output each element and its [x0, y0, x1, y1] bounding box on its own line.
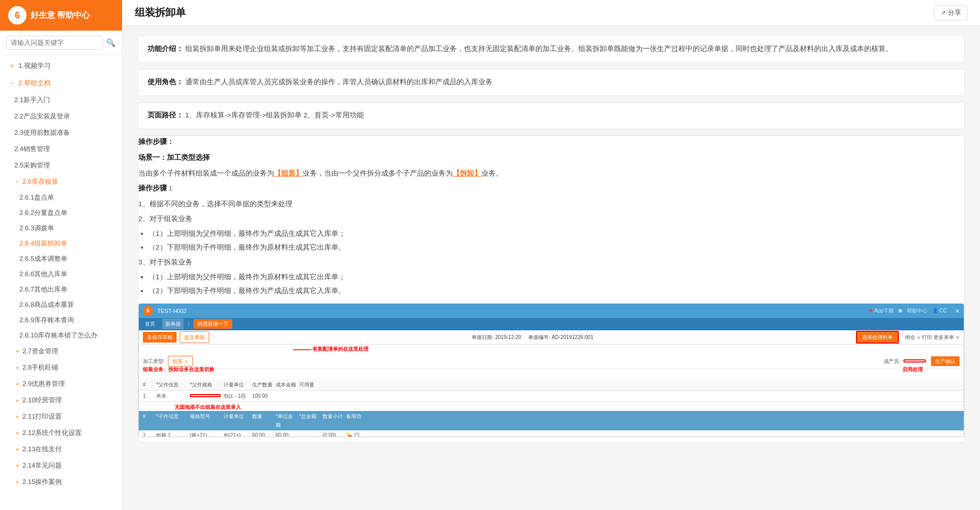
search-icon[interactable]: 🔍 [106, 38, 116, 47]
plus-icon-2-15: ＋ [14, 478, 20, 487]
sidebar-item-2-6-10[interactable]: 2.6.10库存账本错了怎么办 [0, 328, 122, 343]
sidebar-item-2-3[interactable]: 2.3使用前数据准备 [0, 125, 122, 141]
nav-label-2-11: 2.11打印设置 [22, 412, 62, 421]
mock-docno-label: 单据编号: AD-20191226-001 [528, 333, 593, 342]
share-button[interactable]: ↗ 分享 [934, 5, 968, 20]
nav-label-2-13: 2.13在线支付 [22, 445, 62, 454]
sidebar-item-2-9[interactable]: ＋ 2.9优惠券管理 [0, 376, 122, 392]
sidebar-item-video-learn[interactable]: ＋ 1.视频学习 [0, 57, 122, 75]
mock-date-label: 单据日期: 2019-12-20 [472, 333, 521, 342]
mock-row-qty: 100.00 [252, 392, 273, 400]
role-block: 使用角色： 通常由生产人员或库管人员完成拆装业务的操作，库管人员确认原材料的出库… [138, 69, 965, 96]
mock-row-spec-input [190, 394, 220, 397]
mock-table-header-row: # *父件信息 *父件规格 计量单位 生产数量 成本金额 可用量 [139, 379, 964, 391]
th-cost: 成本金额 [276, 380, 296, 389]
role-text: 通常由生产人员或库管人员完成拆装业务的操作，库管人员确认原材料的出库和产成品的入… [185, 78, 493, 86]
mock-app-name: TEST-H002 [157, 306, 186, 316]
th-avail: 可用量 [299, 380, 320, 389]
mock-topbar: 6 TEST-H002 📌 App下载 ☎ 帮助中心 👤 CC ✕ [139, 304, 964, 318]
step3-sublist: （1）上部明细为父件明细，最终作为原材料生成其它出库单； （2）下部明细为子件明… [138, 272, 964, 297]
sidebar-item-2-10[interactable]: ＋ 2.10经营管理 [0, 392, 122, 408]
mock-icons: 📌 App下载 ☎ 帮助中心 👤 CC [867, 306, 947, 315]
search-input[interactable] [6, 36, 103, 50]
sidebar-item-2-12[interactable]: ＋ 2.12系统个性化设置 [0, 425, 122, 441]
step1-text: 1、根据不同的业务，选择不同单据的类型来处理 [138, 199, 964, 210]
collapse-icon-2-6: － [14, 178, 20, 186]
nav-label: 2.帮助文档 [18, 79, 51, 88]
plus-icon-2-14: ＋ [14, 462, 20, 470]
plus-icon-2-13: ＋ [14, 445, 20, 454]
sidebar-item-2-6-1[interactable]: 2.6.1盘点单 [0, 190, 122, 205]
nav-label: 1.视频学习 [18, 61, 51, 70]
step2-sub2: （2）下部明细为子件明细，最终作为原材料生成其它出库单。 [149, 242, 964, 254]
mock-qty-label: 成产员: [884, 357, 900, 366]
plus-icon-2-12: ＋ [14, 429, 20, 438]
mock-action-labels: 倒仓 ∨ 打印 更多来单 ∨ [905, 333, 960, 342]
sidebar-item-2-15[interactable]: ＋ 2.15操作案例 [0, 474, 122, 490]
scene1-title: 场景一：加工类型选择 [138, 152, 964, 164]
path-label: 页面路径： [148, 111, 183, 119]
step3-text: 3、对于拆装业务 [138, 257, 964, 269]
nav-label-2-10: 2.10经营管理 [22, 396, 62, 405]
ops-steps-title: 操作步骤： [138, 136, 964, 148]
annotation-spacer [139, 369, 964, 379]
sidebar-item-2-1[interactable]: 2.1新手入门 [0, 92, 122, 108]
th-no: # [143, 380, 153, 389]
step2-text: 2、对于组装业务 [138, 213, 964, 225]
main-content-area: 组装拆卸单 ↗ 分享 功能介绍： 组装拆卸单用来处理企业组装或拆卸等加工业务，支… [122, 0, 980, 510]
nav-label-2-12: 2.12系统个性化设置 [22, 428, 82, 438]
plus-icon-2-8: ＋ [14, 363, 20, 372]
annotation4-row: 无固地添不出组装在这里录入 [139, 402, 964, 411]
plus-icon-2-7: ＋ [14, 347, 20, 356]
th-extra [323, 380, 960, 389]
feature-intro-text: 组装拆卸单用来处理企业组装或拆卸等加工业务，支持有固定装配清单的产品加工业务，也… [185, 45, 893, 53]
mock-row-item: 米米 [156, 392, 187, 400]
sidebar-item-2-6-5[interactable]: 2.6.5成本调整单 [0, 251, 122, 266]
nav-label-2-8: 2.8手机旺铺 [22, 363, 58, 372]
mock-annotation-row1: 有装配清单的在这里处理 [139, 345, 964, 354]
step2-sub1: （1）上部明细为父件明细，最终作为产成品生成其它入库单； [149, 228, 964, 240]
sidebar-item-2-6-4[interactable]: 2.6.4组装拆卸单 [0, 236, 122, 251]
zuzhuan-link[interactable]: 【组装】 [274, 169, 303, 177]
sidebar-item-2-7[interactable]: ＋ 2.7资金管理 [0, 343, 122, 359]
sidebar-item-2-5[interactable]: 2.5采购管理 [0, 157, 122, 174]
sidebar-item-2-11[interactable]: ＋ 2.11打印设置 [0, 408, 122, 425]
mock-app-window: 6 TEST-H002 📌 App下载 ☎ 帮助中心 👤 CC ✕ 首页 新单据… [139, 304, 964, 436]
sidebar-item-2-4[interactable]: 2.4销售管理 [0, 141, 122, 157]
sidebar-item-2-6[interactable]: － 2.6库存核算 [0, 174, 122, 190]
sidebar-item-2-6-8[interactable]: 2.6.8商品成本重算 [0, 297, 122, 312]
sidebar-item-2-6-7[interactable]: 2.6.7其他出库单 [0, 282, 122, 297]
mock-nav-purchase: 新单据 [162, 319, 184, 329]
sidebar-item-2-8[interactable]: ＋ 2.8手机旺铺 [0, 359, 122, 376]
annotation1-arrow [292, 347, 312, 353]
sidebar-item-2-6-9[interactable]: 2.6.9库存账本查询 [0, 312, 122, 328]
sidebar-item-2-6-3[interactable]: 2.6.3调拨单 [0, 221, 122, 236]
chaizhuo-link[interactable]: 【拆卸】 [453, 169, 481, 177]
annotation4-text: 无固地添不出组装在这里录入 [175, 403, 241, 411]
nav-label-2-14: 2.14常见问题 [22, 461, 62, 470]
collapse-icon: － [8, 79, 15, 88]
sidebar-item-2-13[interactable]: ＋ 2.13在线支付 [0, 441, 122, 457]
th-qty: 生产数量 [252, 380, 273, 389]
sidebar-item-2-6-6[interactable]: 2.6.6其他入库单 [0, 266, 122, 282]
sidebar-item-2-2[interactable]: 2.2产品安装及登录 [0, 108, 122, 125]
feature-intro-block: 功能介绍： 组装拆卸单用来处理企业组装或拆卸等加工业务，支持有固定装配清单的产品… [138, 36, 965, 63]
sidebar: 6 好生意 帮助中心 🔍 ＋ 1.视频学习 － 2.帮助文档 2.1新手入门 2… [0, 0, 122, 510]
th-item: *父件信息 [156, 380, 187, 389]
mock-btn-orange: 同需新增一下 [193, 319, 232, 329]
scene1-desc: 当由多个子件材料组装成一个成品的业务为【组装】业务，当由一个父件拆分成多个子产品… [138, 168, 964, 180]
mock-lower-row1: 1粗粮 1(规+21)包(21+)60.0060.00(0.00)💊 📋 [139, 430, 964, 436]
ops-steps-label2: 操作步骤： [138, 182, 964, 195]
role-label: 使用角色： [148, 78, 183, 86]
content-scroll-area[interactable]: 功能介绍： 组装拆卸单用来处理企业组装或拆卸等加工业务，支持有固定装配清单的产品… [122, 26, 980, 510]
sidebar-item-help-doc[interactable]: － 2.帮助文档 [0, 75, 122, 92]
sidebar-title-text: 好生意 帮助中心 [31, 10, 90, 21]
step3-sub2: （2）下部明细为子件明细，最终作为产成品生成其它入库单。 [149, 285, 964, 297]
mock-row-no: 1 [143, 392, 153, 400]
sidebar-item-2-14[interactable]: ＋ 2.14常见问题 [0, 457, 122, 474]
path-block: 页面路径： 1、库存核算->库存管理->组装拆卸单 2、首页->常用功能 [138, 102, 965, 129]
sidebar-item-2-6-2[interactable]: 2.6.2分量盘点单 [0, 205, 122, 221]
mock-save-btn: 未保存草稿 [143, 332, 177, 343]
share-icon: ↗ [941, 9, 946, 16]
mock-nav: 首页 新单据 | 同需新增一下 [139, 318, 964, 330]
